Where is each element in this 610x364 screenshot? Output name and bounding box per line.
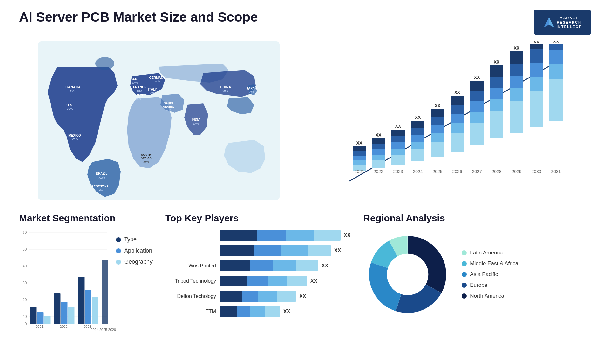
- player-bar-1: [220, 230, 341, 241]
- svg-text:xx%: xx%: [72, 138, 78, 141]
- legend-europe: Europe: [462, 282, 518, 288]
- seg-bar-2022-type: [54, 293, 60, 324]
- legend-latin-label: Latin America: [470, 250, 503, 256]
- svg-text:xx%: xx%: [166, 109, 171, 112]
- regional-legend: Latin America Middle East & Africa Asia …: [462, 250, 518, 299]
- player-row-tripod: Tripod Technology XX: [165, 276, 350, 286]
- player-bar-delton: [220, 291, 296, 302]
- svg-text:xx%: xx%: [137, 89, 142, 92]
- svg-text:2021: 2021: [36, 325, 43, 328]
- map-label-canada: CANADA: [65, 85, 81, 89]
- player-name-ttm: TTM: [165, 309, 216, 314]
- player-row-delton: Delton Techology XX: [165, 291, 350, 302]
- seg-bar-2021-app: [37, 312, 43, 324]
- legend-type-label: Type: [124, 236, 137, 243]
- svg-text:xx%: xx%: [193, 122, 199, 125]
- svg-text:2023: 2023: [84, 325, 91, 328]
- svg-rect-31: [372, 149, 385, 155]
- svg-rect-81: [510, 64, 523, 76]
- svg-text:2021: 2021: [354, 169, 364, 174]
- svg-text:60: 60: [23, 230, 27, 235]
- svg-rect-66: [470, 101, 484, 112]
- key-players-title: Top Key Players: [165, 213, 350, 224]
- player-name-tripod: Tripod Technology: [165, 278, 216, 284]
- seg-bar-placeholder: [102, 260, 108, 324]
- bar-2028: XX 2028: [490, 59, 503, 174]
- growth-bar-chart: XX 2021 XX 2022: [311, 41, 591, 200]
- player-row-wus: Wus Printed XX: [165, 260, 350, 271]
- legend-asia-dot: [462, 272, 467, 277]
- map-label-argentina: ARGENTINA: [92, 185, 109, 188]
- svg-text:0: 0: [25, 322, 27, 326]
- svg-rect-44: [411, 142, 424, 149]
- legend-asia: Asia Pacific: [462, 271, 518, 278]
- player-val-delton: XX: [299, 293, 306, 299]
- legend-north-america: North America: [462, 293, 518, 299]
- svg-text:30: 30: [23, 281, 27, 285]
- svg-text:2031: 2031: [551, 169, 561, 174]
- player-bars-list: XX XX: [165, 230, 350, 317]
- map-label-spain: SPAIN: [133, 93, 143, 97]
- legend-na-label: North America: [470, 293, 504, 299]
- svg-rect-74: [490, 77, 503, 88]
- legend-mea-label: Middle East & Africa: [470, 260, 518, 267]
- svg-text:XX: XX: [395, 124, 401, 129]
- svg-rect-58: [451, 123, 464, 133]
- svg-rect-65: [470, 112, 484, 123]
- player-name-wus: Wus Printed: [165, 263, 216, 269]
- bar-2023: XX 2023: [391, 124, 405, 174]
- svg-text:xx%: xx%: [97, 189, 103, 192]
- bar-2021: XX 2021: [353, 140, 366, 174]
- svg-text:xx%: xx%: [135, 97, 141, 100]
- donut-chart: [363, 230, 452, 319]
- player-val-2: XX: [334, 248, 341, 253]
- player-bar-wrap-ttm: XX: [220, 306, 350, 317]
- svg-text:2022: 2022: [60, 325, 67, 328]
- legend-type: Type: [116, 236, 152, 243]
- bar-2022: XX 2022: [372, 132, 385, 174]
- seg-legend: Type Application Geography: [116, 230, 152, 265]
- bar-2024: XX 2024: [411, 115, 424, 174]
- player-bar-wrap-1: XX: [220, 230, 350, 241]
- svg-rect-57: [451, 133, 464, 152]
- seg-bar-2023-type: [78, 277, 84, 324]
- svg-rect-92: [549, 79, 563, 121]
- svg-rect-40: [391, 130, 405, 136]
- legend-app-dot: [116, 248, 121, 253]
- bar-2030: XX 2030: [530, 41, 543, 174]
- svg-rect-94: [549, 50, 563, 64]
- map-label-saudi: SAUDI: [164, 102, 173, 105]
- regional-title: Regional Analysis: [363, 213, 591, 224]
- svg-rect-73: [490, 88, 503, 99]
- svg-rect-50: [431, 142, 444, 157]
- seg-bar-2023-geo: [92, 297, 98, 324]
- svg-rect-23: [353, 160, 366, 165]
- key-players: Top Key Players XX: [165, 213, 350, 364]
- svg-text:2023: 2023: [393, 169, 403, 174]
- player-bar-2: [220, 245, 331, 256]
- svg-text:AFRICA: AFRICA: [141, 157, 152, 160]
- svg-rect-82: [510, 51, 523, 64]
- svg-text:2030: 2030: [531, 169, 541, 174]
- world-map-container: CANADA xx% U.S. xx% MEXICO xx% BRAZIL xx…: [19, 41, 299, 200]
- svg-rect-46: [411, 128, 424, 135]
- svg-text:XX: XX: [356, 140, 363, 145]
- player-row-1: XX: [165, 230, 350, 241]
- player-val-1: XX: [344, 233, 350, 238]
- seg-chart-container: 60 50 40 30 20 10 0: [19, 230, 110, 332]
- svg-rect-89: [530, 44, 543, 49]
- top-section: CANADA xx% U.S. xx% MEXICO xx% BRAZIL xx…: [19, 41, 591, 200]
- svg-rect-24: [353, 156, 366, 160]
- svg-text:XX: XX: [415, 115, 421, 120]
- svg-text:2026: 2026: [452, 169, 462, 174]
- svg-text:10: 10: [23, 314, 27, 319]
- svg-rect-52: [431, 125, 444, 133]
- svg-text:2024: 2024: [413, 169, 423, 174]
- seg-bar-2022-geo: [68, 307, 74, 324]
- svg-rect-85: [530, 91, 543, 127]
- svg-text:xx%: xx%: [154, 80, 160, 83]
- svg-text:xx%: xx%: [99, 176, 105, 179]
- bar-2026: XX 2026: [451, 90, 464, 174]
- svg-rect-38: [391, 142, 405, 149]
- svg-text:2022: 2022: [373, 169, 383, 174]
